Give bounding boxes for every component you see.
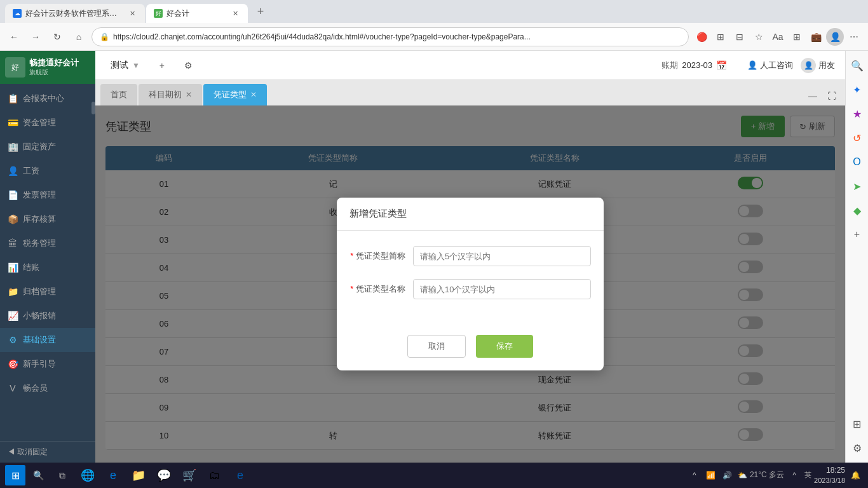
tab1-favicon: ☁ (13, 9, 22, 18)
name-label: 凭证类型名称 (349, 283, 413, 295)
back-button[interactable]: ← (5, 28, 23, 46)
sidebar-item-funds-label: 资金管理 (23, 117, 56, 128)
split-icon[interactable]: ⊟ (731, 28, 749, 46)
taskbar-files-icon[interactable]: 🗂 (205, 465, 225, 485)
add-workspace-button[interactable]: + (153, 56, 172, 75)
taskbar-edge2-icon[interactable]: e (230, 465, 250, 485)
minimize-tab-icon[interactable]: — (804, 88, 821, 104)
browser-tab-1[interactable]: ☁ 好会计云财务软件管理系统_会计 ✕ (5, 4, 145, 23)
name-form-group: 凭证类型名称 (349, 279, 591, 299)
taskbar-store-icon[interactable]: 🛒 (179, 465, 200, 485)
funds-icon: 💳 (8, 118, 18, 128)
unpin-button[interactable]: ◀ 取消固定 (8, 447, 88, 458)
name-input[interactable] (413, 279, 591, 299)
taskbar-explorer-icon[interactable]: 📁 (128, 465, 149, 485)
weather-info: ⛅ 21°C 多云 (738, 470, 784, 480)
right-panel-arrow-icon[interactable]: ➤ (848, 177, 867, 196)
browser-wallet-icon[interactable]: 💼 (807, 28, 825, 46)
notification-icon[interactable]: 🔔 (848, 468, 863, 483)
tab1-close[interactable]: ✕ (127, 8, 137, 18)
right-panel-refresh-icon[interactable]: ↺ (848, 128, 867, 147)
new-tab-button[interactable]: + (252, 3, 269, 20)
volume-icon[interactable]: 🔊 (720, 468, 735, 483)
tab2-close[interactable]: ✕ (230, 8, 240, 18)
address-bar[interactable]: 🔒 https://cloud2.chanjet.com/accounting/… (92, 27, 689, 46)
more-options-icon[interactable]: ⋯ (845, 28, 863, 46)
sidebar-item-funds[interactable]: 💳 资金管理 (0, 111, 95, 135)
forward-button[interactable]: → (27, 28, 44, 46)
sidebar-item-invoices[interactable]: 📄 发票管理 (0, 183, 95, 207)
profile-button[interactable]: 👤 (826, 28, 844, 46)
workspace-selector[interactable]: 测试 ▼ (105, 57, 145, 74)
save-button[interactable]: 保存 (476, 335, 533, 358)
taskbar-search-button[interactable]: 🔍 (28, 465, 48, 485)
tab2-favicon: 好 (154, 9, 163, 18)
tab-subject-close[interactable]: ✕ (186, 90, 192, 99)
abbr-input[interactable] (413, 246, 591, 266)
workspace-name: 测试 (111, 60, 128, 71)
tab-subject[interactable]: 科目期初 ✕ (139, 84, 202, 105)
add-voucher-type-modal: 新增凭证类型 凭证类型简称 凭证类型名称 (337, 198, 604, 370)
sidebar-item-closing[interactable]: 📊 结账 (0, 255, 95, 280)
right-panel-star-icon[interactable]: ★ (848, 104, 867, 123)
sidebar-item-payroll[interactable]: 👤 工资 (0, 159, 95, 183)
right-panel-plus-icon[interactable]: + (848, 225, 867, 244)
sidebar-item-expense-label: 小畅报销 (23, 310, 56, 322)
sidebar-item-guide[interactable]: 🎯 新手引导 (0, 352, 95, 376)
reader-icon[interactable]: Aa (769, 28, 787, 46)
sidebar-item-assets[interactable]: 🏢 固定资产 (0, 135, 95, 159)
right-panel-green2-icon[interactable]: ◆ (848, 201, 867, 220)
sidebar-item-inventory-label: 库存核算 (23, 214, 56, 225)
right-panel-outlook-icon[interactable]: O (848, 152, 867, 172)
sidebar-item-reports[interactable]: 📋 会报表中心 (0, 86, 95, 111)
sidebar-item-inventory[interactable]: 📦 库存核算 (0, 207, 95, 231)
tab-voucher-close[interactable]: ✕ (250, 90, 257, 99)
start-button[interactable]: ⊞ (5, 465, 25, 485)
network-icon[interactable]: 📶 (703, 468, 719, 483)
sidebar-item-member[interactable]: V 畅会员 (0, 376, 95, 400)
tax-icon: 🏛 (8, 238, 18, 248)
favorites-icon[interactable]: ☆ (750, 28, 768, 46)
cancel-button[interactable]: 取消 (407, 335, 466, 358)
home-button[interactable]: ⌂ (70, 28, 88, 46)
collections-icon[interactable]: ⊞ (788, 28, 806, 46)
taskbar-task-view[interactable]: ⧉ (52, 465, 72, 485)
tab1-title: 好会计云财务软件管理系统_会计 (25, 8, 123, 19)
browser-toolbar: ← → ↻ ⌂ 🔒 https://cloud2.chanjet.com/acc… (0, 23, 868, 51)
guide-icon: 🎯 (8, 359, 18, 369)
reading-mode-icon[interactable]: ⊞ (712, 28, 729, 46)
right-panel-settings2-icon[interactable]: ⚙ (848, 438, 867, 458)
sidebar-nav: 📋 会报表中心 💳 资金管理 🏢 固定资产 👤 工资 📄 发票管理 (0, 84, 95, 441)
refresh-button[interactable]: ↻ (48, 28, 66, 46)
consult-label: 人工咨询 (760, 60, 793, 71)
windows-icon: ⊞ (11, 470, 20, 482)
sidebar-item-expense[interactable]: 📈 小畅报销 (0, 304, 95, 328)
extensions-icon[interactable]: 🔴 (693, 28, 710, 46)
invoices-icon: 📄 (8, 190, 18, 200)
right-panel-ai-icon[interactable]: ✦ (848, 80, 867, 99)
abbr-label: 凭证类型简称 (349, 250, 413, 262)
brand-sub: 旗舰版 (29, 68, 79, 77)
maximize-tab-icon[interactable]: ⛶ (824, 88, 840, 104)
member-icon: V (8, 383, 18, 393)
consult-button[interactable]: 👤 人工咨询 (747, 60, 793, 71)
workspace-settings-icon[interactable]: ⚙ (179, 56, 198, 75)
sidebar-item-tax[interactable]: 🏛 税务管理 (0, 231, 95, 255)
taskbar-chrome-icon[interactable]: 🌐 (78, 465, 98, 485)
chevron-up-icon[interactable]: ^ (687, 468, 702, 483)
user-info[interactable]: 👤 用友 (801, 58, 835, 73)
top-bar: 测试 ▼ + ⚙ 账期 2023-03 📅 👤 人工咨询 (95, 51, 845, 80)
sidebar-item-archive[interactable]: 📁 归档管理 (0, 280, 95, 304)
right-panel-search-icon[interactable]: 🔍 (848, 56, 867, 75)
taskbar-edge-icon[interactable]: e (103, 465, 123, 485)
calendar-icon[interactable]: 📅 (716, 60, 727, 71)
right-panel-grid-icon[interactable]: ⊞ (848, 414, 867, 433)
browser-tab-2[interactable]: 好 好会计 ✕ (146, 4, 248, 23)
taskbar-wechat-icon[interactable]: 💬 (154, 465, 174, 485)
chevron-up2-icon[interactable]: ^ (787, 468, 802, 483)
sidebar-item-settings[interactable]: ⚙ 基础设置 (0, 328, 95, 352)
sidebar-brand[interactable]: 好 畅捷通好会计 旗舰版 (0, 51, 95, 84)
tab-voucher-type[interactable]: 凭证类型 ✕ (203, 84, 267, 105)
tab-home[interactable]: 首页 (100, 84, 137, 105)
input-method-text: 英 (804, 471, 811, 478)
